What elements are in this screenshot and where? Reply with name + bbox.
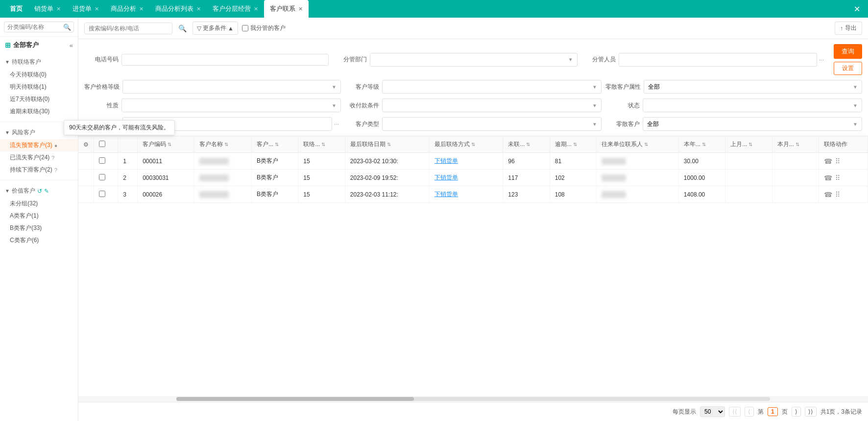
- manager-more-icon[interactable]: ···: [817, 56, 826, 63]
- retail-customer-select[interactable]: 全部▼: [643, 117, 862, 131]
- table-col-no-contact[interactable]: 未联...⇅: [503, 136, 550, 153]
- tab-sales-close[interactable]: ✕: [56, 6, 61, 12]
- sidebar-item-overdue[interactable]: 逾期未联络(30): [0, 105, 78, 118]
- row-select-checkbox[interactable]: [99, 174, 105, 180]
- edit-icon[interactable]: ✎: [44, 188, 49, 195]
- sidebar-group-value-title[interactable]: ▼ 价值客户 ↺ ✎: [0, 184, 78, 198]
- gender-select[interactable]: ▼: [121, 99, 341, 112]
- refresh-icon[interactable]: ↺: [37, 188, 42, 195]
- sidebar-item-churn-warning[interactable]: 流失预警客户(3) ●: [0, 139, 78, 151]
- settings-button[interactable]: 设置: [834, 62, 862, 75]
- search-button[interactable]: 🔍: [176, 24, 189, 33]
- select-all-checkbox[interactable]: [99, 141, 105, 147]
- filter-field-payment: 收付款条件 ▼: [345, 99, 602, 112]
- tab-product-analysis[interactable]: 商品分析 ✕: [105, 0, 149, 18]
- sidebar-item-declining[interactable]: 持续下滑客户(2) ?: [0, 164, 78, 176]
- row-last-method[interactable]: 下销货单: [429, 170, 503, 186]
- search-input[interactable]: [84, 23, 172, 34]
- table-col-last-date[interactable]: 最后联络日期⇅: [345, 136, 429, 153]
- tab-customer-contact-close[interactable]: ✕: [298, 6, 303, 12]
- table-col-name[interactable]: 客户名称⇅: [194, 136, 251, 153]
- table-col-code[interactable]: 客户编码⇅: [138, 136, 194, 153]
- sort-icon-contacts: ⇅: [321, 142, 325, 147]
- row-checkbox[interactable]: [94, 186, 118, 203]
- first-page-button[interactable]: ⟨⟨: [729, 407, 741, 417]
- sidebar-all-customers[interactable]: ⊞ 全部客户 «: [0, 37, 78, 53]
- tab-purchase-close[interactable]: ✕: [95, 6, 99, 12]
- row-index: 3: [118, 186, 138, 203]
- my-customers-checkbox[interactable]: [242, 25, 248, 31]
- tab-purchase[interactable]: 进货单 ✕: [67, 0, 105, 18]
- per-page-select[interactable]: 50 100: [700, 406, 725, 417]
- last-method-link[interactable]: 下销货单: [434, 174, 458, 181]
- department-select[interactable]: ▼: [370, 53, 577, 67]
- my-customers-checkbox-area[interactable]: 我分管的客户: [242, 24, 286, 32]
- retail-attr-select[interactable]: 全部▼: [644, 80, 862, 94]
- tab-customer-contact[interactable]: 客户联系 ✕: [264, 0, 309, 18]
- table-col-overdue[interactable]: 逾期...⇅: [550, 136, 596, 153]
- sidebar-item-today[interactable]: 今天待联络(0): [0, 69, 78, 81]
- tab-customer-tier-close[interactable]: ✕: [254, 6, 258, 12]
- prev-page-button[interactable]: ⟨: [745, 407, 754, 417]
- action-more-icon[interactable]: ⠿: [835, 191, 840, 198]
- status-select[interactable]: ▼: [643, 99, 862, 112]
- region-more-icon[interactable]: ···: [332, 121, 341, 127]
- table-col-this-month[interactable]: 本月...⇅: [772, 136, 819, 153]
- manager-select[interactable]: [619, 53, 817, 67]
- action-contact-icon[interactable]: ☎: [824, 174, 832, 182]
- row-checkbox[interactable]: [94, 153, 118, 170]
- chevron-down-icon-7: ▼: [853, 103, 858, 108]
- action-contact-icon[interactable]: ☎: [824, 157, 832, 165]
- row-overdue: 108: [550, 186, 596, 203]
- row-checkbox[interactable]: [94, 170, 118, 186]
- table-col-last-month[interactable]: 上月...⇅: [725, 136, 772, 153]
- row-select-checkbox[interactable]: [99, 157, 105, 164]
- tab-customer-tier[interactable]: 客户分层经营 ✕: [207, 0, 264, 18]
- sidebar-item-7days[interactable]: 近7天待联络(0): [0, 93, 78, 105]
- table-col-unit-contact[interactable]: 往来单位联系人⇅: [597, 136, 679, 153]
- row-last-method[interactable]: 下销货单: [429, 186, 503, 203]
- tab-sales[interactable]: 销货单 ✕: [28, 0, 67, 18]
- phone-input[interactable]: [121, 54, 329, 66]
- tab-home[interactable]: 首页: [4, 0, 28, 18]
- sidebar-item-ungroup[interactable]: 未分组(32): [0, 198, 78, 210]
- sidebar-item-a-class[interactable]: A类客户(1): [0, 210, 78, 222]
- action-more-icon[interactable]: ⠿: [835, 157, 840, 165]
- more-conditions-button[interactable]: ▽ 更多条件 ▲: [193, 22, 238, 35]
- row-select-checkbox[interactable]: [99, 191, 105, 197]
- filter-field-phone: 电话号码: [84, 54, 329, 66]
- tab-product-analysis-close[interactable]: ✕: [139, 6, 144, 12]
- tab-product-analysis-list-close[interactable]: ✕: [196, 6, 201, 12]
- table-col-this-year[interactable]: 本年...⇅: [678, 136, 725, 153]
- last-page-button[interactable]: ⟩⟩: [805, 407, 817, 417]
- last-method-link[interactable]: 下销货单: [434, 191, 458, 198]
- query-button[interactable]: 查询: [834, 44, 862, 59]
- chevron-down-icon-6: ▼: [592, 103, 597, 108]
- horizontal-scrollbar[interactable]: [78, 396, 868, 402]
- window-close-button[interactable]: ✕: [850, 4, 864, 14]
- table-col-contacts[interactable]: 联络...⇅: [298, 136, 345, 153]
- table-col-last-method[interactable]: 最后联络方式⇅: [429, 136, 503, 153]
- sidebar-group-pending-title[interactable]: ▼ 待联络客户: [0, 55, 78, 69]
- price-level-select[interactable]: ▼: [122, 80, 341, 94]
- action-more-icon[interactable]: ⠿: [835, 174, 840, 182]
- row-index: 2: [118, 170, 138, 186]
- row-last-method[interactable]: 下销货单: [429, 153, 503, 170]
- sidebar-item-b-class[interactable]: B类客户(33): [0, 222, 78, 234]
- sidebar-item-tomorrow[interactable]: 明天待联络(1): [0, 81, 78, 93]
- sidebar-item-churned[interactable]: 已流失客户(24) ?: [0, 151, 78, 164]
- row-unit-contact: [597, 170, 679, 186]
- table-settings-col[interactable]: ⚙: [78, 136, 94, 153]
- sidebar-item-c-class[interactable]: C类客户(6): [0, 234, 78, 247]
- sidebar-divider-2: [0, 180, 78, 180]
- tab-product-analysis-list[interactable]: 商品分析列表 ✕: [149, 0, 207, 18]
- last-method-link[interactable]: 下销货单: [434, 157, 458, 164]
- customer-type-select[interactable]: ▼: [382, 117, 602, 131]
- sort-icon-type: ⇅: [275, 142, 279, 147]
- customer-level-select[interactable]: ▼: [382, 80, 602, 94]
- export-button[interactable]: ↑ 导出: [835, 22, 862, 35]
- table-col-type[interactable]: 客户...⇅: [251, 136, 298, 153]
- payment-select[interactable]: ▼: [382, 99, 602, 112]
- next-page-button[interactable]: ⟩: [792, 407, 801, 417]
- action-contact-icon[interactable]: ☎: [824, 191, 832, 198]
